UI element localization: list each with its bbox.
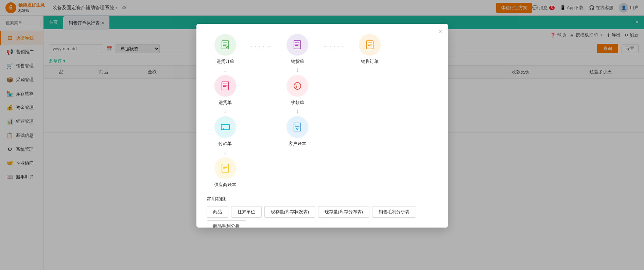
common-functions-section: 常用功能 商品 往来单位 现存量(库存状况表) 现存量(库存分布表) 销售毛利分… bbox=[207, 196, 438, 228]
flow-node-receipt-bill[interactable]: ¥ 收款单 bbox=[279, 75, 316, 106]
svg-rect-12 bbox=[222, 164, 229, 172]
flow-node-purchase-bill[interactable]: 进货单 bbox=[207, 75, 244, 106]
func-btn-sales-margin[interactable]: 销售毛利分析表 bbox=[372, 206, 416, 218]
func-btn-stock-dist[interactable]: 现存量(库存分布表) bbox=[318, 206, 369, 218]
flow-node-purchase-order[interactable]: 进货订单 bbox=[207, 34, 244, 65]
payment-bill-icon: ¥ bbox=[214, 116, 236, 138]
flow-right-col: 销货单 ↓ ¥ 收款单 ↓ 客户账本 bbox=[279, 34, 316, 147]
func-btn-stock-status[interactable]: 现存量(库存状况表) bbox=[264, 206, 316, 218]
flow-node-supplier-ledger[interactable]: 供应商账本 bbox=[207, 157, 244, 188]
func-btn-product-margin[interactable]: 商品毛利分析 bbox=[207, 220, 246, 228]
customer-ledger-icon bbox=[286, 116, 308, 138]
arrow-down-1: ↓ bbox=[224, 66, 227, 74]
arrow-down-3: ↓ bbox=[224, 148, 227, 156]
svg-rect-4 bbox=[222, 82, 229, 90]
svg-text:¥: ¥ bbox=[295, 84, 298, 89]
supplier-ledger-icon bbox=[214, 157, 236, 179]
svg-rect-0 bbox=[222, 41, 229, 49]
func-buttons-row-1: 商品 往来单位 现存量(库存状况表) 现存量(库存分布表) 销售毛利分析表 商品… bbox=[207, 206, 438, 228]
svg-rect-16 bbox=[294, 41, 301, 49]
flow-node-payment-bill[interactable]: ¥ 付款单 bbox=[207, 116, 244, 147]
sale-bill-icon bbox=[286, 34, 308, 56]
arrow-down-5: ↓ bbox=[296, 107, 299, 115]
modal-overlay[interactable]: × 进货订单 ↓ 进货单 bbox=[0, 0, 644, 270]
svg-text:¥: ¥ bbox=[222, 127, 224, 130]
flow-node-customer-ledger[interactable]: 客户账本 bbox=[279, 116, 316, 147]
flow-diagram: 进货订单 ↓ 进货单 ↓ ¥ 付款单 bbox=[207, 34, 438, 188]
func-btn-product[interactable]: 商品 bbox=[207, 206, 228, 218]
flow-node-sale-bill[interactable]: 销货单 bbox=[279, 34, 316, 65]
func-btn-partner[interactable]: 往来单位 bbox=[231, 206, 262, 218]
svg-rect-25 bbox=[366, 41, 373, 49]
modal-close-button[interactable]: × bbox=[439, 28, 442, 35]
flow-node-sale-order[interactable]: 销售订单 bbox=[351, 34, 388, 65]
arrow-down-2: ↓ bbox=[224, 107, 227, 115]
flow-connector-1: - - - - → bbox=[251, 34, 272, 49]
purchase-order-icon bbox=[214, 34, 236, 56]
flow-far-right-col: 销售订单 bbox=[351, 34, 388, 65]
arrow-down-4: ↓ bbox=[296, 66, 299, 74]
purchase-bill-icon bbox=[214, 75, 236, 97]
flow-left-col: 进货订单 ↓ 进货单 ↓ ¥ 付款单 bbox=[207, 34, 244, 188]
common-funcs-title: 常用功能 bbox=[207, 196, 438, 202]
receipt-bill-icon: ¥ bbox=[286, 75, 308, 97]
modal-box: × 进货订单 ↓ 进货单 bbox=[196, 24, 448, 228]
flow-connector-2: ← - - - - bbox=[323, 34, 344, 49]
sale-order-icon bbox=[359, 34, 381, 56]
